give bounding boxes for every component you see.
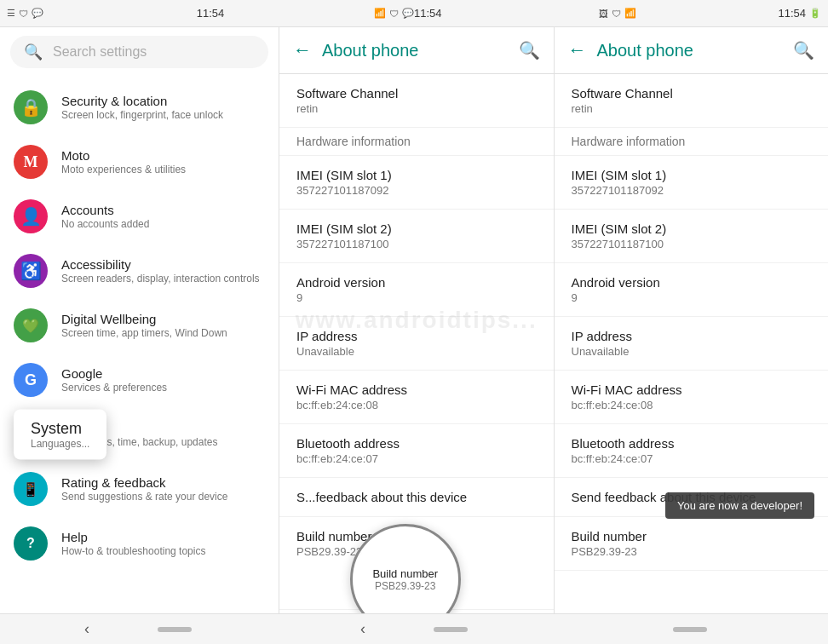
back-button-left[interactable]: ← <box>293 39 312 61</box>
build-circle-value: PSB29.39-23 <box>375 580 435 592</box>
wellbeing-subtitle: Screen time, app timers, Wind Down <box>61 327 265 339</box>
status-left-time: 11:54 <box>142 7 278 20</box>
about-item-hardware-info[interactable]: Hardware information <box>279 128 554 156</box>
imei1-title: IMEI (SIM slot 1) <box>296 168 537 182</box>
about-item-build[interactable]: Build number PSB29.39-23 Build number PS… <box>279 517 554 610</box>
home-pill-mid[interactable] <box>434 627 468 632</box>
imei2-value: 357227101187100 <box>296 238 537 250</box>
android-title: Android version <box>296 275 537 290</box>
time-left: 11:54 <box>197 7 225 20</box>
sidebar-item-rating[interactable]: 📱 Rating & feedback Send suggestions & r… <box>0 462 279 516</box>
about-header-right: ← About phone 🔍 <box>555 27 829 74</box>
about-item-hardware-info-r[interactable]: Hardware information <box>555 128 829 156</box>
imei1-value: 357227101187092 <box>296 184 537 197</box>
system-tooltip: System Languages... <box>14 410 106 460</box>
imei1-title-r: IMEI (SIM slot 1) <box>572 168 812 182</box>
about-item-ip[interactable]: IP address Unavailable <box>279 317 554 371</box>
msg-icon-2: 💬 <box>402 8 414 19</box>
bluetooth-title: Bluetooth address <box>296 436 537 451</box>
status-mid-icons: 📶 🛡 💬 <box>279 8 414 19</box>
tooltip-sub: Languages... <box>31 438 89 450</box>
about-item-wifi-mac-r[interactable]: Wi-Fi MAC address bc:ff:eb:24:ce:08 <box>555 371 829 424</box>
back-button-right[interactable]: ← <box>568 39 587 61</box>
shield-icon-3: 🛡 <box>612 9 621 19</box>
accessibility-subtitle: Screen readers, display, interaction con… <box>61 273 265 285</box>
rating-icon: 📱 <box>14 472 48 506</box>
about-item-bluetooth[interactable]: Bluetooth address bc:ff:eb:24:ce:07 <box>279 424 554 478</box>
help-text: Help How-to & troubleshooting topics <box>61 530 265 557</box>
about-item-software-channel-r[interactable]: Software Channel retin <box>555 74 829 128</box>
sidebar-item-digitalwellbeing[interactable]: 💚 Digital Wellbeing Screen time, app tim… <box>0 298 279 353</box>
accessibility-title: Accessibility <box>61 257 265 272</box>
time-mid: 11:54 <box>414 7 442 20</box>
google-title: Google <box>61 366 265 381</box>
wifi-mac-title-r: Wi-Fi MAC address <box>572 382 812 397</box>
about-item-wifi-mac[interactable]: Wi-Fi MAC address bc:ff:eb:24:ce:08 <box>279 371 554 424</box>
sidebar-item-moto[interactable]: M Moto Moto experiences & utilities <box>0 135 279 189</box>
google-icon: G <box>14 363 48 397</box>
imei2-title: IMEI (SIM slot 2) <box>296 221 537 236</box>
about-item-build-r[interactable]: Build number PSB29.39-23 You are now a d… <box>555 517 829 571</box>
about-panel-right: ← About phone 🔍 Software Channel retin H… <box>555 27 829 613</box>
sidebar-item-help[interactable]: ? Help How-to & troubleshooting topics <box>0 516 279 571</box>
gallery-icon: 🖼 <box>599 9 608 19</box>
sidebar-item-accessibility[interactable]: ♿ Accessibility Screen readers, display,… <box>0 244 279 298</box>
status-right-time: 11:54 🔋 <box>686 7 821 20</box>
about-item-android[interactable]: Android version 9 <box>279 263 554 317</box>
accounts-text: Accounts No accounts added <box>61 203 265 230</box>
sidebar-item-accounts[interactable]: 👤 Accounts No accounts added <box>0 189 279 244</box>
about-item-imei1[interactable]: IMEI (SIM slot 1) 357227101187092 <box>279 156 554 210</box>
signal-icon-3: 📶 <box>624 8 636 19</box>
back-nav-mid[interactable]: ‹ <box>360 620 365 638</box>
wellbeing-icon: 💚 <box>14 308 48 342</box>
google-text: Google Services & preferences <box>61 366 265 394</box>
search-button-left[interactable]: 🔍 <box>519 40 540 60</box>
moto-title: Moto <box>61 148 265 163</box>
moto-text: Moto Moto experiences & utilities <box>61 148 265 175</box>
about-item-imei2[interactable]: IMEI (SIM slot 2) 357227101187100 <box>279 210 554 263</box>
msg-icon-1: 💬 <box>32 8 43 19</box>
bottom-left: ‹ <box>0 620 276 638</box>
about-list-right: Software Channel retin Hardware informat… <box>555 74 829 613</box>
about-item-ip-r[interactable]: IP address Unavailable <box>555 317 829 371</box>
search-placeholder: Search settings <box>53 44 147 60</box>
tooltip-title: System <box>31 420 89 438</box>
bluetooth-value: bc:ff:eb:24:ce:07 <box>296 452 537 465</box>
rating-subtitle: Send suggestions & rate your device <box>61 491 265 503</box>
time-right: 11:54 <box>778 7 806 20</box>
moto-subtitle: Moto experiences & utilities <box>61 164 265 175</box>
home-pill-right[interactable] <box>673 627 707 632</box>
about-item-bluetooth-r[interactable]: Bluetooth address bc:ff:eb:24:ce:07 <box>555 424 829 478</box>
home-pill-left[interactable] <box>158 627 192 632</box>
google-subtitle: Services & preferences <box>61 382 265 394</box>
wifi-mac-value: bc:ff:eb:24:ce:08 <box>296 399 537 411</box>
about-item-imei2-r[interactable]: IMEI (SIM slot 2) 357227101187100 <box>555 210 829 263</box>
about-item-feedback[interactable]: S...feedback about this device <box>279 478 554 517</box>
wifi-mac-value-r: bc:ff:eb:24:ce:08 <box>572 399 812 411</box>
rating-text: Rating & feedback Send suggestions & rat… <box>61 475 265 503</box>
bluetooth-title-r: Bluetooth address <box>572 436 812 451</box>
back-nav-left[interactable]: ‹ <box>84 620 89 638</box>
android-value-r: 9 <box>572 291 812 304</box>
imei1-value-r: 357227101187092 <box>572 184 812 197</box>
settings-panel: 🔍 Search settings 🔒 Security & location … <box>0 27 279 613</box>
sidebar-item-system[interactable]: ℹ System Languages, time, backup, update… <box>0 407 279 462</box>
accounts-subtitle: No accounts added <box>61 218 265 230</box>
search-bar[interactable]: 🔍 Search settings <box>10 36 268 68</box>
sidebar-item-security[interactable]: 🔒 Security & location Screen lock, finge… <box>0 80 279 135</box>
hardware-info-title: Hardware information <box>296 135 537 148</box>
about-item-software-channel[interactable]: Software Channel retin <box>279 74 554 128</box>
search-button-right[interactable]: 🔍 <box>793 40 814 60</box>
signal-icon: 📶 <box>374 8 386 19</box>
imei2-title-r: IMEI (SIM slot 2) <box>572 221 812 236</box>
status-mid-time: 11:54 <box>414 7 549 20</box>
shield-icon-2: 🛡 <box>389 9 399 19</box>
about-item-android-r[interactable]: Android version 9 <box>555 263 829 317</box>
build-value-r: PSB29.39-23 <box>572 545 812 558</box>
about-title-right: About phone <box>597 41 784 60</box>
about-item-imei1-r[interactable]: IMEI (SIM slot 1) 357227101187092 <box>555 156 829 210</box>
sidebar-item-google[interactable]: G Google Services & preferences <box>0 353 279 407</box>
bottom-nav: ‹ ‹ <box>0 613 828 644</box>
moto-icon: M <box>14 145 48 179</box>
ip-title: IP address <box>296 329 537 343</box>
